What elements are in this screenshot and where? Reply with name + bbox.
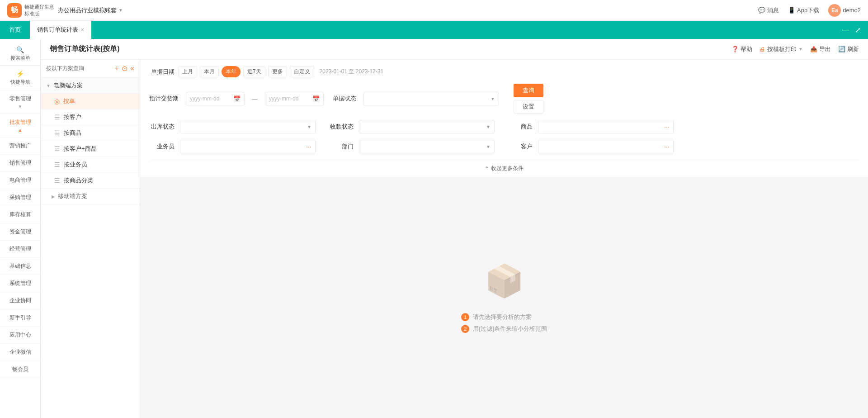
scheme-add-btn[interactable]: + [115,64,119,73]
calendar-icon-1: 📅 [233,95,241,102]
sidebar: 🔍 搜索菜单 ⚡ 快捷导航 零售管理 ▼ 批发管理 ▲ 营销推广 销售管理 电商… [0,39,41,418]
scheme-item-icon: ☰ [54,114,60,121]
goods-select[interactable]: ··· [538,120,674,133]
help-btn[interactable]: ❓ 帮助 [731,45,752,53]
bill-status-arrow-icon: ▼ [491,96,495,101]
sidebar-item-ecommerce[interactable]: 电商管理 [0,172,40,189]
sidebar-item-finance[interactable]: 资金管理 [0,223,40,241]
empty-hint-1: 1 请先选择要分析的方案 [461,313,547,321]
date-btn-custom[interactable]: 自定义 [290,66,314,77]
settings-btn[interactable]: 设置 [514,100,543,114]
top-bar: 畅 畅捷通好生意 标准版 办公用品行业模拟账套 ▼ 💬 消息 📱 App下载 E… [0,0,868,21]
scheme-group-mobile[interactable]: ▶ 移动端方案 [41,189,140,204]
sidebar-item-newbie[interactable]: 新手引导 [0,309,40,327]
bill-status-select[interactable]: ▼ [363,92,499,105]
scheme-active-icon: ◎ [54,98,60,105]
sidebar-item-enterprise-wechat[interactable]: 企业微信 [0,344,40,361]
export-btn[interactable]: 📤 导出 [810,45,831,53]
scheme-item-by-category[interactable]: ☰ 按商品分类 [41,173,140,189]
collapse-icon: ⌃ [485,166,489,172]
payment-status-select[interactable]: ▼ [359,120,495,133]
scheme-panel-header: 按以下方案查询 + ⊙ « [41,60,140,78]
logo-text: 畅捷通好生意 标准版 [24,4,54,17]
chevron-down-icon: ▼ [18,104,23,109]
page-header: 销售订单统计表(按单) ❓ 帮助 🖨 按模板打印 ▼ 📤 导出 🔄 刷新 [41,39,868,60]
sidebar-item-marketing[interactable]: 营销推广 [0,138,40,155]
sidebar-item-member[interactable]: 畅会员 [0,361,40,378]
sidebar-item-system[interactable]: 系统管理 [0,275,40,292]
tab-current[interactable]: 销售订单统计表 × [30,21,91,39]
logo-box: 畅 畅捷通好生意 标准版 [7,3,54,18]
sidebar-search[interactable]: 🔍 搜索菜单 [0,43,40,66]
goods-ellipsis-icon[interactable]: ··· [664,123,670,130]
sidebar-item-retail[interactable]: 零售管理 ▼ [0,90,40,114]
sidebar-item-sales[interactable]: 销售管理 [0,155,40,172]
sidebar-item-purchase[interactable]: 采购管理 [0,189,40,206]
collapse-bar[interactable]: ⌃ 收起更多条件 [149,160,859,177]
top-bar-right: 💬 消息 📱 App下载 Ea demo2 [758,4,861,17]
customer-select[interactable]: ··· [538,140,674,153]
workspace: 按以下方案查询 + ⊙ « ▼ 电脑端方案 ◎ 按单 [41,60,868,418]
delivery-arrow-icon: ▼ [307,124,311,129]
scheme-item-by-salesperson[interactable]: ☰ 按业务员 [41,157,140,173]
date-btn-7days[interactable]: 近7天 [243,66,265,77]
scheme-settings-btn[interactable]: ⊙ [122,64,127,73]
date-quick-buttons: 上月 本月 本年 近7天 更多 自定义 2023-01-01 至 2023-12… [178,66,383,77]
date-btn-more[interactable]: 更多 [268,66,287,77]
refresh-btn[interactable]: 🔄 刷新 [838,45,859,53]
date-separator: — [252,95,258,102]
query-btn[interactable]: 查询 [514,84,543,97]
message-btn[interactable]: 💬 消息 [758,6,779,14]
scheme-item-by-goods[interactable]: ☰ 按商品 [41,125,140,141]
print-icon: 🖨 [760,46,765,52]
customer-ellipsis-icon[interactable]: ··· [664,143,670,150]
empty-hints: 1 请先选择要分析的方案 2 用[过滤]条件来缩小分析范围 [461,313,547,333]
filter-action-btns: 查询 设置 [514,84,543,114]
logo-icon: 畅 [7,3,22,18]
expected-date-to[interactable]: yyyy-mm-dd 📅 [265,92,324,105]
scheme-item-icon: ☰ [54,129,60,137]
tab-close-icon[interactable]: × [81,27,84,33]
sidebar-item-inventory[interactable]: 库存核算 [0,206,40,223]
expected-date-from[interactable]: yyyy-mm-dd 📅 [186,92,245,105]
filter-section: 单据日期 上月 本月 本年 近7天 更多 自定义 2023-01-01 至 20… [140,60,868,177]
salesperson-select[interactable]: ··· [180,140,316,153]
print-dropdown-icon: ▼ [798,47,803,52]
sidebar-item-basic-info[interactable]: 基础信息 [0,258,40,275]
print-btn[interactable]: 🖨 按模板打印 ▼ [760,45,803,53]
scheme-item-by-order[interactable]: ◎ 按单 [41,94,140,109]
tab-home[interactable]: 首页 [0,21,30,39]
sidebar-item-quick-nav[interactable]: ⚡ 快捷导航 [0,66,40,90]
quick-nav-icon: ⚡ [16,70,24,77]
maximize-icon[interactable]: ⤢ [855,26,861,34]
delivery-status-select[interactable]: ▼ [180,120,316,133]
help-icon: ❓ [731,46,739,52]
avatar: Ea [828,4,841,17]
breadcrumb-dropdown-icon[interactable]: ▼ [118,8,123,13]
expected-date-label: 预计交货期 [149,95,179,103]
scheme-collapse-btn[interactable]: « [130,64,134,73]
scheme-item-by-customer-goods[interactable]: ☰ 按客户+商品 [41,141,140,157]
sidebar-item-operations[interactable]: 经营管理 [0,241,40,258]
date-btn-this-year[interactable]: 本年 [222,66,241,77]
scheme-group-header-desktop[interactable]: ▼ 电脑端方案 [41,78,140,94]
department-arrow-icon: ▼ [486,144,491,149]
search-icon: 🔍 [16,46,24,53]
sidebar-item-enterprise-collab[interactable]: 企业协同 [0,292,40,309]
delivery-status-label: 出库状态 [149,123,175,131]
payment-status-label: 收款状态 [328,123,354,131]
sidebar-item-wholesale[interactable]: 批发管理 ▲ [0,114,40,138]
salesperson-label: 业务员 [149,142,175,151]
date-btn-this-month[interactable]: 本月 [200,66,219,77]
page-header-actions: ❓ 帮助 🖨 按模板打印 ▼ 📤 导出 🔄 刷新 [731,45,859,53]
department-select[interactable]: ▼ [359,140,495,153]
minimize-icon[interactable]: — [842,26,849,34]
sidebar-item-app-center[interactable]: 应用中心 [0,327,40,344]
user-avatar-btn[interactable]: Ea demo2 [828,4,861,17]
main-layout: 🔍 搜索菜单 ⚡ 快捷导航 零售管理 ▼ 批发管理 ▲ 营销推广 销售管理 电商… [0,39,868,418]
salesperson-ellipsis-icon[interactable]: ··· [306,143,311,150]
scheme-item-by-customer[interactable]: ☰ 按客户 [41,109,140,125]
date-range-text: 2023-01-01 至 2023-12-31 [320,68,383,76]
date-btn-last-month[interactable]: 上月 [178,66,197,77]
app-download-btn[interactable]: 📱 App下载 [788,6,819,14]
